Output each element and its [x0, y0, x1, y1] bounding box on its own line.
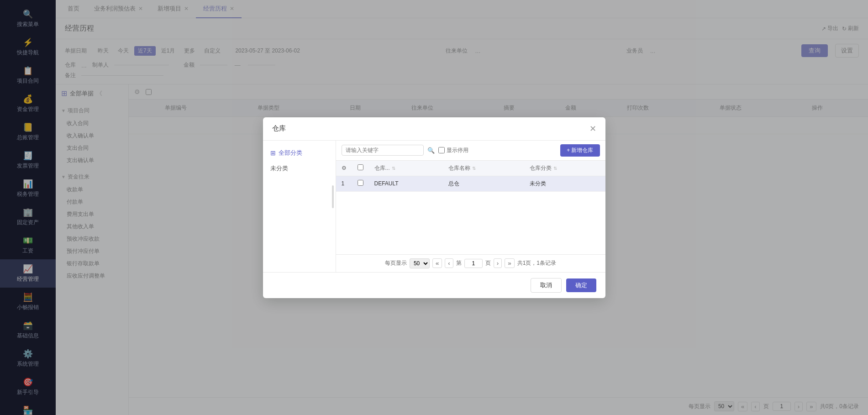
show-disabled-label: 显示停用 [438, 147, 468, 154]
modal-actions: 取消 确定 [263, 272, 605, 298]
modal-prev-page[interactable]: ‹ [445, 258, 453, 268]
modal-row-checkbox[interactable] [352, 176, 369, 191]
modal-first-page[interactable]: « [432, 258, 442, 268]
modal-page-label: 第 [456, 259, 462, 267]
modal-select-all[interactable] [358, 164, 363, 170]
modal-toolbar: 🔍 显示停用 + 新增仓库 [336, 141, 605, 161]
modal-body: ⊞ 全部分类 未分类 🔍 显示停用 [263, 141, 605, 272]
scrollbar-indicator [332, 185, 334, 208]
modal-overlay[interactable]: 仓库 ✕ ⊞ 全部分类 未分类 [0, 0, 868, 415]
modal-total-text: 共1页，1条记录 [517, 259, 556, 267]
show-disabled-checkbox[interactable] [438, 147, 445, 153]
modal-col-category: 仓库分类⇅ [524, 161, 605, 176]
modal-pagination: 每页显示 50 « ‹ 第 页 › » 共1页，1条记录 [336, 254, 605, 272]
modal-page-suffix: 页 [485, 259, 491, 267]
modal-page-input[interactable] [464, 259, 483, 268]
modal-row-name: 总仓 [443, 176, 524, 191]
modal-left-panel: ⊞ 全部分类 未分类 [263, 141, 336, 272]
modal-title: 仓库 [272, 124, 286, 133]
modal-last-page[interactable]: » [505, 258, 514, 268]
modal-close-button[interactable]: ✕ [589, 124, 596, 134]
modal-category-all[interactable]: ⊞ 全部分类 [263, 145, 336, 161]
modal-col-checkbox [352, 161, 369, 176]
modal-page-size-select[interactable]: 50 [410, 258, 430, 268]
modal-row-category: 未分类 [524, 176, 605, 191]
warehouse-modal: 仓库 ✕ ⊞ 全部分类 未分类 [263, 117, 605, 298]
modal-next-page[interactable]: › [494, 258, 502, 268]
confirm-button[interactable]: 确定 [566, 278, 596, 292]
modal-table-wrap: ⚙ 仓库...⇅ 仓库名称⇅ 仓库分类⇅ 1 DEFAULT [336, 161, 605, 254]
modal-col-code: 仓库...⇅ [369, 161, 443, 176]
add-warehouse-button[interactable]: + 新增仓库 [560, 144, 600, 157]
modal-header: 仓库 ✕ [263, 117, 605, 141]
modal-row-seq: 1 [336, 176, 352, 191]
modal-category-uncategorized[interactable]: 未分类 [263, 161, 336, 176]
modal-search-input[interactable] [342, 145, 424, 156]
modal-row-code: DEFAULT [369, 176, 443, 191]
modal-table: ⚙ 仓库...⇅ 仓库名称⇅ 仓库分类⇅ 1 DEFAULT [336, 161, 605, 192]
cancel-button[interactable]: 取消 [531, 278, 562, 293]
modal-search-icon[interactable]: 🔍 [427, 147, 435, 154]
table-row[interactable]: 1 DEFAULT 总仓 未分类 [336, 176, 605, 191]
modal-col-settings: ⚙ [336, 161, 352, 176]
modal-col-name: 仓库名称⇅ [443, 161, 524, 176]
modal-page-size-label: 每页显示 [385, 259, 407, 267]
modal-right-panel: 🔍 显示停用 + 新增仓库 ⚙ 仓库...⇅ [336, 141, 605, 272]
grid-icon-modal: ⊞ [270, 149, 276, 157]
